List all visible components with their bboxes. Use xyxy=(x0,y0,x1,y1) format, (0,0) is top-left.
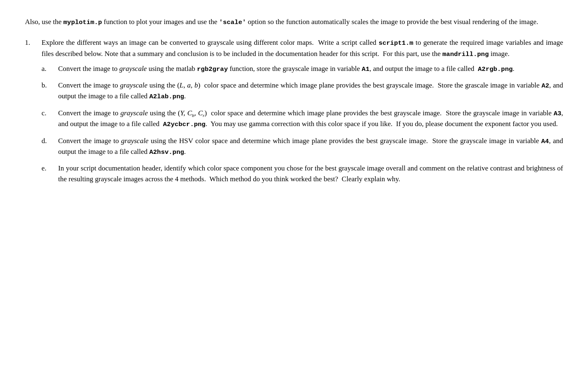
item1-text: Explore the different ways an image can … xyxy=(42,37,563,59)
mandrill-name: mandrill.png xyxy=(442,51,489,58)
main-list: 1. Explore the different ways an image c… xyxy=(25,37,563,190)
lab-math: L, a, b xyxy=(179,81,198,89)
sub-item-e: e. In your script documentation header, … xyxy=(42,163,563,184)
list-number-1: 1. xyxy=(25,37,42,190)
grayscale-italic-a: grayscale xyxy=(119,65,147,73)
file-A2rgb: A2rgb.png xyxy=(478,66,513,73)
sub-item-a: a. Convert the image to grayscale using … xyxy=(42,63,563,74)
grayscale-italic-c: grayscale xyxy=(120,109,148,117)
sub-letter-a: a. xyxy=(42,63,58,74)
grayscale-italic-b: grayscale xyxy=(120,81,147,89)
sub-item-b: b. Convert the image to grayscale using … xyxy=(42,80,563,102)
sub-letter-d: d. xyxy=(42,136,58,158)
var-A4: A4 xyxy=(541,138,549,145)
var-A1: A1 xyxy=(362,66,370,73)
sub-list-1: a. Convert the image to grayscale using … xyxy=(42,63,563,184)
var-A2-lab: A2 xyxy=(541,82,549,90)
sub-content-e: In your script documentation header, ide… xyxy=(58,163,563,184)
sub-content-a: Convert the image to grayscale using the… xyxy=(58,63,563,74)
sub-letter-b: b. xyxy=(42,80,58,102)
list-item-1: 1. Explore the different ways an image c… xyxy=(25,37,563,190)
ycbcr-math: Y, Cb, Cr xyxy=(180,109,205,117)
file-A2ycbcr: A2ycbcr.png xyxy=(163,121,206,128)
rgb2gray-func: rgb2gray xyxy=(197,66,228,73)
file-A2hsv: A2hsv.png xyxy=(149,148,184,156)
sub-item-d: d. Convert the image to grayscale using … xyxy=(42,136,563,158)
file-A2lab: A2lab.png xyxy=(149,93,184,100)
var-A3: A3 xyxy=(554,110,561,117)
grayscale-italic-d: grayscale xyxy=(121,137,149,145)
sub-item-c: c. Convert the image to grayscale using … xyxy=(42,108,563,130)
sub-content-c: Convert the image to grayscale using the… xyxy=(58,108,563,130)
func-myplotim: myplotim.p xyxy=(64,19,102,26)
script1-name: script1.m xyxy=(379,39,414,47)
list-content-1: Explore the different ways an image can … xyxy=(42,37,563,190)
sub-letter-c: c. xyxy=(42,108,58,130)
sub-letter-e: e. xyxy=(42,163,58,184)
scale-option: 'scale' xyxy=(219,19,246,26)
sub-content-d: Convert the image to grayscale using the… xyxy=(58,136,563,158)
intro-paragraph: Also, use the myplotim.p function to plo… xyxy=(25,17,563,27)
sub-content-b: Convert the image to grayscale using the… xyxy=(58,80,563,102)
